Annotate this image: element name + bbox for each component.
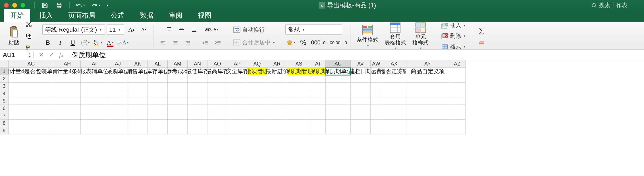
cell-AS3[interactable] [287,83,311,90]
cancel-edit-button[interactable]: ✕ [39,51,44,59]
decrease-indent-button[interactable] [200,38,211,48]
cut-button[interactable] [23,19,34,29]
cell-AI3[interactable] [81,83,108,90]
align-top-button[interactable] [164,24,174,35]
cell-AT7[interactable] [311,112,326,120]
cell-AK3[interactable] [128,83,148,90]
cell-AY1[interactable]: 商品自定义项 [406,68,449,75]
align-middle-button[interactable] [176,24,187,35]
column-header-AH[interactable]: AH [54,60,81,68]
cell-AJ2[interactable] [108,75,128,83]
cell-AS7[interactable] [287,112,311,120]
cell-AM8[interactable] [168,120,188,127]
confirm-edit-button[interactable]: ✓ [49,51,54,59]
row-header-4[interactable]: 4 [0,90,9,97]
column-header-AJ[interactable]: AJ [108,60,128,68]
cell-AQ1[interactable]: 批次管理 [247,68,267,75]
align-right-button[interactable] [182,38,193,48]
cell-AM9[interactable] [168,127,188,134]
cell-AO1[interactable]: 最高库存 [207,68,227,75]
row-header-6[interactable]: 6 [0,105,9,112]
conditional-formatting-button[interactable]: 条件格式 [354,24,381,48]
cell-AQ5[interactable] [247,97,267,105]
name-box[interactable]: AU1 [0,51,26,59]
cell-AG7[interactable] [9,112,54,120]
increase-font-button[interactable]: A▴ [126,24,137,35]
cell-AU6[interactable] [326,105,351,112]
sheet-search[interactable] [586,2,644,9]
undo-button[interactable]: ▾ [76,2,85,9]
column-header-AS[interactable]: AS [287,60,311,68]
cell-AL2[interactable] [148,75,168,83]
decrease-font-button[interactable]: A▾ [138,24,149,35]
cell-AL6[interactable] [148,105,168,112]
cell-AW9[interactable] [371,127,382,134]
cell-AJ9[interactable] [108,127,128,134]
cell-AJ5[interactable] [108,97,128,105]
cell-AR8[interactable] [267,120,287,127]
cell-AN2[interactable] [188,75,207,83]
cell-AT2[interactable] [311,75,326,83]
ribbon-tab-4[interactable]: 数据 [134,9,160,22]
column-header-AV[interactable]: AV [351,60,371,68]
column-header-AP[interactable]: AP [227,60,247,68]
cell-AU9[interactable] [326,127,351,134]
column-header-AX[interactable]: AX [382,60,406,68]
print-icon[interactable] [55,1,63,9]
cell-AL9[interactable] [148,127,168,134]
column-header-AN[interactable]: AN [188,60,207,68]
cell-AO9[interactable] [207,127,227,134]
cell-AZ1[interactable] [449,68,466,75]
cell-AR1[interactable]: 最新进价 [267,68,287,75]
cell-AP4[interactable] [227,90,247,97]
cell-AV7[interactable] [351,112,371,120]
border-button[interactable] [80,38,91,48]
column-header-AK[interactable]: AK [128,60,148,68]
cell-AW2[interactable] [371,75,382,83]
cell-AM5[interactable] [168,97,188,105]
column-header-AT[interactable]: AT [311,60,326,68]
row-header-2[interactable]: 2 [0,75,9,83]
cell-AO5[interactable] [207,97,227,105]
cell-AK2[interactable] [128,75,148,83]
cell-AQ4[interactable] [247,90,267,97]
number-format-combo[interactable]: 常规▾ [285,24,342,35]
increase-decimal-button[interactable]: .0←.00 [323,38,334,48]
cell-AH2[interactable] [54,75,81,83]
row-header-3[interactable]: 3 [0,83,9,90]
align-bottom-button[interactable] [189,24,200,35]
ribbon-tab-2[interactable]: 页面布局 [62,9,102,22]
cell-AX2[interactable] [382,75,406,83]
cell-AT3[interactable] [311,83,326,90]
cell-AP1[interactable]: 安全库存 [227,68,247,75]
cell-AG8[interactable] [9,120,54,127]
cell-AQ3[interactable] [247,83,267,90]
cell-AG4[interactable] [9,90,54,97]
cell-AP3[interactable] [227,83,247,90]
italic-button[interactable]: I [55,38,66,48]
cell-AZ2[interactable] [449,75,466,83]
cell-AU2[interactable] [326,75,351,83]
copy-button[interactable] [23,31,34,41]
cell-AL3[interactable] [148,83,168,90]
cell-AM4[interactable] [168,90,188,97]
cell-AP8[interactable] [227,120,247,127]
row-header-1[interactable]: 1 [0,68,9,75]
cell-AO3[interactable] [207,83,227,90]
column-header-AY[interactable]: AY [406,60,449,68]
cell-AG1[interactable]: 辅计量4是否包装单位 [9,68,54,75]
cells-area[interactable]: 辅计量4是否包装单位辅计量4条码报表辅单位采购单位销售单位库存单位参考成本最低库… [9,68,644,134]
cell-AR3[interactable] [267,83,287,90]
column-header-AI[interactable]: AI [81,60,108,68]
column-header-AO[interactable]: AO [207,60,227,68]
cell-AH1[interactable]: 辅计量4条码 [54,68,81,75]
cell-AI1[interactable]: 报表辅单位 [81,68,108,75]
cell-AI5[interactable] [81,97,108,105]
font-size-combo[interactable]: 11▾ [107,24,124,35]
select-all-corner[interactable] [0,60,9,68]
cell-AY3[interactable] [406,83,449,90]
orientation-button[interactable]: ab↗ [206,24,217,35]
cell-AL1[interactable]: 库存单位 [148,68,168,75]
cell-AN5[interactable] [188,97,207,105]
cell-AL5[interactable] [148,97,168,105]
